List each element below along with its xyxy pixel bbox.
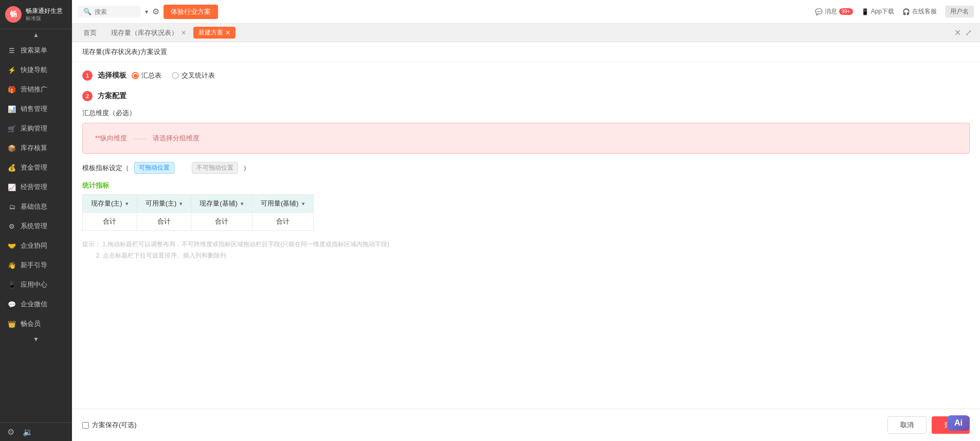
sidebar-item-basic-info[interactable]: 🗂 基础信息: [0, 197, 72, 216]
scroll-down-button[interactable]: ▼: [31, 334, 41, 345]
panel-expand-button[interactable]: ⤢: [965, 28, 972, 38]
operations-icon: 📈: [7, 182, 16, 192]
audio-button[interactable]: 🔉: [23, 427, 33, 437]
sidebar-item-finance[interactable]: 💰 资金管理: [0, 158, 72, 177]
finance-icon: 💰: [7, 163, 16, 172]
gear-button[interactable]: ⚙: [152, 7, 159, 16]
col1-chevron: ▾: [125, 200, 129, 207]
message-badge: 99+: [839, 8, 853, 15]
sidebar-item-enterprise[interactable]: 🤝 企业协同: [0, 236, 72, 255]
col2-header[interactable]: 可用量(主) ▾: [137, 195, 191, 213]
app-download-button[interactable]: 📱 App下载: [861, 7, 894, 16]
col3-header[interactable]: 现存量(基辅) ▾: [191, 195, 252, 213]
save-checkbox-input[interactable]: [82, 422, 89, 429]
sidebar-item-member[interactable]: 👑 畅会员: [0, 314, 72, 334]
sidebar-item-quick-nav[interactable]: ⚡ 快捷导航: [0, 60, 72, 80]
tab-inventory-status[interactable]: 现存量（库存状况表） ✕: [104, 25, 193, 41]
radio-summary-dot: [132, 72, 139, 79]
wechat-icon: 💬: [7, 300, 16, 309]
tab-new-close-icon: ✕: [225, 29, 230, 36]
message-button[interactable]: 💬 消息 99+: [815, 7, 853, 16]
tab-home[interactable]: 首页: [76, 25, 104, 41]
sidebar-item-search-menu[interactable]: ☰ 搜索菜单: [0, 41, 72, 60]
table-row: 合计 合计 合计 合计: [83, 213, 314, 231]
stats-table: 现存量(主) ▾ 可用量(主) ▾: [82, 194, 314, 231]
template-radio-group: 汇总表 交叉统计表: [132, 71, 215, 80]
sales-icon: 📊: [7, 104, 16, 114]
step1-header: 1 选择模板 汇总表 交叉统计表: [82, 70, 970, 81]
sidebar-item-operations[interactable]: 📈 经营管理: [0, 177, 72, 197]
col3-chevron: ▾: [241, 200, 244, 207]
app-center-icon: 📱: [7, 280, 16, 289]
panel-header: 现存量(库存状况表)方案设置: [72, 42, 980, 62]
footer: 方案保存(可选) 取消 查询: [72, 409, 980, 441]
sidebar: 畅 畅康通好生意 标准版 ▲ ☰ 搜索菜单 ⚡ 快捷导航 🎁 营销推广 📊 销售…: [0, 0, 72, 441]
col4-cell: 合计: [252, 213, 314, 231]
panel-controls: ✕ ⤢: [950, 28, 976, 38]
radio-summary[interactable]: 汇总表: [132, 71, 161, 80]
online-service-button[interactable]: 🎧 在线客服: [902, 7, 937, 16]
enterprise-icon: 🤝: [7, 241, 16, 250]
sidebar-scroll-up[interactable]: ▲: [0, 29, 72, 41]
marketing-icon: 🎁: [7, 85, 16, 94]
member-icon: 👑: [7, 319, 16, 328]
scroll-up-button[interactable]: ▲: [31, 29, 41, 41]
ai-badge[interactable]: Ai: [947, 415, 970, 431]
col1-cell: 合计: [83, 213, 137, 231]
step1-section: 1 选择模板 汇总表 交叉统计表: [82, 70, 970, 81]
sidebar-item-purchase[interactable]: 🛒 采购管理: [0, 119, 72, 138]
user-avatar[interactable]: 用户名: [945, 6, 974, 17]
search-icon: 🔍: [83, 8, 92, 15]
col4-header[interactable]: 可用量(基辅) ▾: [252, 195, 314, 213]
step2-badge: 2: [82, 91, 93, 101]
vertical-dimension-label: **纵向维度: [95, 134, 127, 143]
cancel-button[interactable]: 取消: [887, 416, 927, 434]
tab-inventory-close[interactable]: ✕: [181, 29, 186, 36]
system-icon: ⚙: [7, 222, 16, 231]
save-checkbox[interactable]: 方案保存(可选): [82, 420, 137, 430]
basic-info-icon: 🗂: [7, 202, 16, 211]
dimension-label: 汇总维度（必选）: [82, 108, 970, 118]
dropdown-button[interactable]: ▾: [145, 8, 148, 15]
indicator-settings-label: 模板指标设定（ 可拖动位置 不可拖动位置 ）: [82, 162, 970, 174]
sidebar-item-system[interactable]: ⚙ 系统管理: [0, 216, 72, 236]
dimension-dash: ——: [133, 135, 147, 142]
sidebar-item-new-user[interactable]: 👋 新手引导: [0, 255, 72, 275]
search-menu-icon: ☰: [7, 46, 16, 55]
phone-icon: 📱: [861, 8, 869, 15]
col1-header[interactable]: 现存量(主) ▾: [83, 195, 137, 213]
step1-title: 选择模板: [98, 71, 126, 80]
step2-title: 方案配置: [98, 91, 126, 101]
sidebar-item-wechat[interactable]: 💬 企业微信: [0, 295, 72, 314]
tips-section: 提示： 1.拖动标题栏可以调整布局，不可跨维度或指标区域拖动栏目字段(只能在同一…: [82, 239, 970, 261]
radio-cross-dot: [172, 72, 179, 79]
inventory-icon: 📦: [7, 143, 16, 153]
panel: 现存量(库存状况表)方案设置 1 选择模板 汇总表 交叉统计表: [72, 42, 980, 441]
step2-section: 2 方案配置 汇总维度（必选） **纵向维度 —— 请选择分组维度 模板指标设定…: [82, 91, 970, 261]
app-logo: 畅 畅康通好生意 标准版: [0, 0, 72, 29]
sidebar-scroll-down[interactable]: ▼: [0, 334, 72, 345]
radio-cross[interactable]: 交叉统计表: [172, 71, 215, 80]
main-area: 🔍 ▾ ⚙ 体验行业方案 💬 消息 99+ 📱 App下载 🎧 在线客服 用户名: [72, 0, 980, 441]
headset-icon: 🎧: [902, 8, 910, 15]
search-box[interactable]: 🔍: [78, 6, 141, 17]
sidebar-item-marketing[interactable]: 🎁 营销推广: [0, 80, 72, 99]
sidebar-bottom: ⚙ 🔉: [0, 422, 72, 441]
message-icon: 💬: [815, 8, 823, 15]
search-input[interactable]: [95, 8, 136, 15]
settings-button[interactable]: ⚙: [7, 427, 14, 437]
purchase-icon: 🛒: [7, 124, 16, 133]
logo-icon: 畅: [5, 6, 22, 23]
panel-close-button[interactable]: ✕: [954, 28, 961, 38]
trial-button[interactable]: 体验行业方案: [164, 5, 218, 19]
tab-new-plan[interactable]: 新建方案 ✕: [193, 27, 235, 39]
step1-badge: 1: [82, 70, 93, 81]
sidebar-item-sales[interactable]: 📊 销售管理: [0, 99, 72, 119]
quick-nav-icon: ⚡: [7, 65, 16, 75]
sidebar-item-inventory[interactable]: 📦 库存核算: [0, 138, 72, 158]
col2-cell: 合计: [137, 213, 191, 231]
immovable-badge: 不可拖动位置: [192, 162, 238, 174]
dimension-placeholder: 请选择分组维度: [153, 134, 199, 143]
sidebar-item-app-center[interactable]: 📱 应用中心: [0, 275, 72, 295]
dimension-box[interactable]: **纵向维度 —— 请选择分组维度: [82, 123, 970, 154]
